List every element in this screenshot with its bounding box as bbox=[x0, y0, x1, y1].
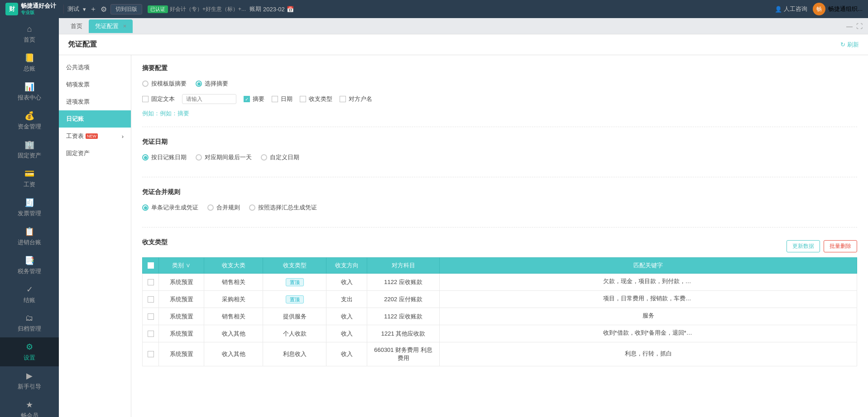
checkbox-type[interactable]: 收支类型 bbox=[300, 95, 332, 103]
sidebar-item-salary[interactable]: 💳 工资 bbox=[0, 164, 59, 193]
td-type-3: 个人收款 bbox=[263, 325, 326, 342]
td-account-4: 660301 财务费用 利息费用 bbox=[367, 342, 440, 366]
batch-delete-btn[interactable]: 批量删除 bbox=[824, 240, 857, 252]
sidebar-item-invoice[interactable]: 🧾 发票管理 bbox=[0, 193, 59, 222]
left-nav-public[interactable]: 公共选项 bbox=[59, 59, 131, 76]
td-category-4: 系统预置 bbox=[159, 342, 204, 366]
radio-merge[interactable]: 合并规则 bbox=[207, 204, 240, 212]
topbar-tags: 已认证 好会计（专）+好生意（标）+... bbox=[148, 5, 246, 13]
sidebar-item-ledger[interactable]: 📒 总账 bbox=[0, 48, 59, 77]
sidebar-item-home[interactable]: ⌂ 首页 bbox=[0, 20, 59, 48]
radio-select[interactable]: 选择摘要 bbox=[196, 80, 228, 88]
logo-icon: 财 bbox=[5, 3, 18, 15]
th-checkbox[interactable] bbox=[143, 258, 159, 274]
salary-icon: 💳 bbox=[24, 169, 34, 179]
update-data-btn[interactable]: 更新数据 bbox=[786, 240, 820, 252]
refresh-btn[interactable]: ↻ 刷新 bbox=[840, 41, 859, 49]
page-title: 凭证配置 bbox=[68, 40, 97, 49]
topbar-setting-btn[interactable]: ⚙ bbox=[101, 5, 107, 14]
th-account: 对方科目 bbox=[367, 258, 440, 274]
radio-circle-select-summary bbox=[249, 204, 255, 211]
tab-close-btn[interactable]: × bbox=[123, 23, 127, 29]
sidebar-item-archive[interactable]: 🗂 归档管理 bbox=[0, 309, 59, 337]
user-menu[interactable]: 畅 畅捷通组织... bbox=[813, 3, 863, 15]
topbar-dropdown-btn[interactable]: ▾ bbox=[83, 6, 86, 13]
radio-circle-single bbox=[142, 204, 149, 211]
topbar-extra-tags: 好会计（专）+好生意（标）+... bbox=[170, 5, 246, 13]
td-checkbox-2[interactable] bbox=[143, 308, 159, 325]
user-avatar: 畅 bbox=[813, 3, 825, 15]
td-account-3: 1221 其他应收款 bbox=[367, 325, 440, 342]
td-checkbox-1[interactable] bbox=[143, 291, 159, 308]
left-nav: 公共选项 销项发票 进项发票 日记账 工资表 NEW › bbox=[59, 55, 131, 417]
left-nav-sales-invoice[interactable]: 销项发票 bbox=[59, 76, 131, 93]
fixed-text-input[interactable] bbox=[182, 94, 236, 104]
tab-maximize-btn[interactable]: ⛶ bbox=[856, 23, 863, 30]
summary-title: 摘要配置 bbox=[142, 64, 857, 72]
ledger-icon: 📒 bbox=[24, 53, 34, 63]
radio-template[interactable]: 按模板版摘要 bbox=[142, 80, 187, 88]
table-row: 系统预置 销售相关 置顶 收入 1122 应收账款 欠款，现金，项目款，到付款，… bbox=[143, 274, 857, 291]
radio-select-summary[interactable]: 按照选择汇总生成凭证 bbox=[249, 204, 317, 212]
radio-circle-select bbox=[196, 81, 202, 87]
sidebar-item-guide[interactable]: ▶ 新手引导 bbox=[0, 366, 59, 395]
left-nav-daily-book[interactable]: 日记账 bbox=[59, 110, 131, 128]
funds-icon: 💰 bbox=[24, 111, 34, 121]
table-row: 系统预置 采购相关 置顶 支出 2202 应付账款 项目，日常费用，报销款，车费… bbox=[143, 291, 857, 308]
checkbox-summary[interactable]: ✓ 摘要 bbox=[244, 95, 264, 103]
td-checkbox-4[interactable] bbox=[143, 342, 159, 366]
reports-icon: 📊 bbox=[24, 82, 34, 92]
topbar-divider bbox=[63, 5, 64, 14]
tab-bar-right: — ⛶ bbox=[846, 23, 863, 30]
tab-minimize-btn[interactable]: — bbox=[846, 23, 853, 30]
checkbox-box-fixed bbox=[142, 96, 149, 102]
radio-journal-date[interactable]: 按日记账日期 bbox=[142, 153, 187, 161]
income-expense-section: 收支类型 更新数据 批量删除 bbox=[142, 238, 857, 375]
sidebar-item-purchase[interactable]: 📋 进销台账 bbox=[0, 222, 59, 251]
radio-circle-custom bbox=[261, 154, 267, 161]
tax-icon: 📑 bbox=[24, 256, 34, 265]
sidebar-item-settings[interactable]: ⚙ 设置 bbox=[0, 337, 59, 366]
radio-single[interactable]: 单条记录生成凭证 bbox=[142, 204, 198, 212]
left-nav-fixed-assets[interactable]: 固定资产 bbox=[59, 145, 131, 162]
td-account-1: 2202 应付账款 bbox=[367, 291, 440, 308]
td-checkbox-3[interactable] bbox=[143, 325, 159, 342]
logo-sub: 专业版 bbox=[21, 9, 56, 16]
switch-version-btn[interactable]: 切到旧版 bbox=[110, 4, 142, 14]
checkbox-fixed-text[interactable]: 固定文本 bbox=[142, 95, 175, 103]
chevron-icon: › bbox=[122, 133, 124, 140]
tab-voucher-config[interactable]: 凭证配置 × bbox=[89, 19, 133, 33]
td-keyword-3: 收到*借款，收到*备用金，退回*备用金，个人 bbox=[440, 325, 857, 342]
th-category[interactable]: 类别 ∨ bbox=[159, 258, 204, 274]
sidebar-item-assets[interactable]: 🏢 固定资产 bbox=[0, 135, 59, 164]
merge-section: 凭证合并规则 单条记录生成凭证 合并规则 bbox=[142, 188, 857, 227]
radio-period-last[interactable]: 对应期间最后一天 bbox=[196, 153, 252, 161]
main-layout: ⌂ 首页 📒 总账 📊 报表中心 💰 资金管理 🏢 固定资产 💳 工资 🧾 发票… bbox=[0, 18, 868, 417]
sidebar-item-tax[interactable]: 📑 税务管理 bbox=[0, 251, 59, 280]
logo-text: 畅捷通好会计 bbox=[21, 2, 56, 9]
sidebar-label-settle: 结账 bbox=[24, 296, 35, 304]
sidebar-item-funds[interactable]: 💰 资金管理 bbox=[0, 106, 59, 135]
tab-home[interactable]: 首页 bbox=[64, 19, 89, 33]
td-keyword-0: 欠款，现金，项目款，到付款，报销款，汇入，... bbox=[440, 274, 857, 291]
sidebar-item-settle[interactable]: ✓ 结账 bbox=[0, 280, 59, 309]
merge-radio-group: 单条记录生成凭证 合并规则 按照选择汇总生成凭证 bbox=[142, 204, 857, 212]
td-checkbox-0[interactable] bbox=[143, 274, 159, 291]
consultant-btn[interactable]: 👤 人工咨询 bbox=[775, 5, 807, 13]
sidebar-label-member: 畅会员 bbox=[21, 412, 38, 417]
sidebar-label-salary: 工资 bbox=[24, 180, 35, 189]
checkbox-date[interactable]: 日期 bbox=[272, 95, 293, 103]
td-direction-3: 收入 bbox=[326, 325, 367, 342]
table-row: 系统预置 收入其他 个人收款 收入 1221 其他应收款 收到*借款，收到*备用… bbox=[143, 325, 857, 342]
td-direction-1: 支出 bbox=[326, 291, 367, 308]
sidebar-item-reports[interactable]: 📊 报表中心 bbox=[0, 77, 59, 106]
td-direction-4: 收入 bbox=[326, 342, 367, 366]
radio-custom-date[interactable]: 自定义日期 bbox=[261, 153, 299, 161]
left-nav-payroll[interactable]: 工资表 NEW › bbox=[59, 128, 131, 145]
topbar-add-btn[interactable]: ＋ bbox=[90, 5, 97, 14]
sidebar-item-member[interactable]: ★ 畅会员 bbox=[0, 395, 59, 417]
radio-circle-template bbox=[142, 81, 149, 87]
left-nav-purchase-invoice[interactable]: 进项发票 bbox=[59, 93, 131, 110]
checkbox-box-type bbox=[300, 96, 306, 102]
checkbox-counterpart[interactable]: 对方户名 bbox=[340, 95, 372, 103]
